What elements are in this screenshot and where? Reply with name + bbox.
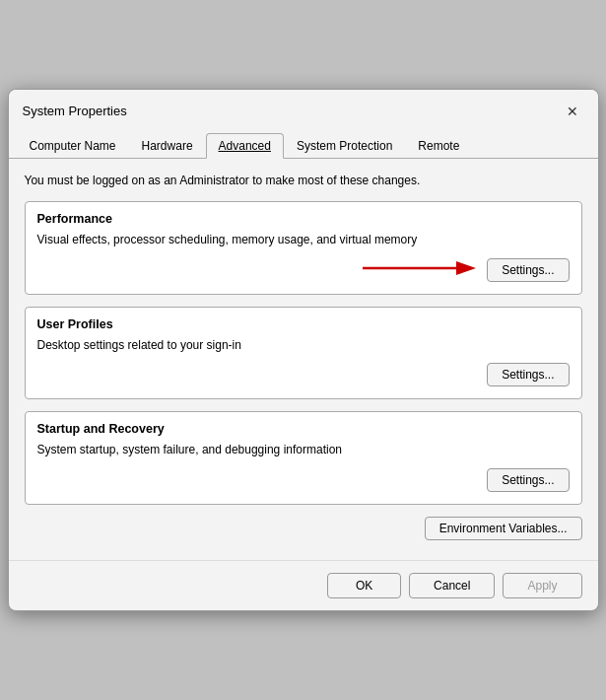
tab-bar: Computer Name Hardware Advanced System P…: [9, 127, 598, 159]
env-variables-section: Environment Variables...: [25, 517, 582, 540]
startup-recovery-settings-button[interactable]: Settings...: [487, 468, 569, 492]
tab-remote[interactable]: Remote: [405, 133, 472, 158]
user-profiles-desc: Desktop settings related to your sign-in: [37, 337, 570, 354]
performance-section: Performance Visual effects, processor sc…: [25, 201, 582, 295]
tab-advanced[interactable]: Advanced: [206, 133, 284, 159]
tab-system-protection[interactable]: System Protection: [284, 133, 405, 158]
performance-footer: Settings...: [37, 258, 570, 282]
startup-recovery-section: Startup and Recovery System startup, sys…: [25, 411, 582, 505]
performance-title: Performance: [37, 212, 570, 226]
user-profiles-title: User Profiles: [37, 317, 570, 331]
system-properties-window: System Properties ✕ Computer Name Hardwa…: [8, 89, 599, 611]
performance-desc: Visual effects, processor scheduling, me…: [37, 232, 570, 248]
user-profiles-section: User Profiles Desktop settings related t…: [25, 307, 582, 400]
title-bar: System Properties ✕: [9, 90, 598, 123]
user-profiles-settings-button[interactable]: Settings...: [487, 363, 569, 386]
admin-notice: You must be logged on as an Administrato…: [25, 173, 582, 189]
ok-button[interactable]: OK: [327, 573, 401, 598]
startup-recovery-footer: Settings...: [37, 468, 570, 492]
tab-content: You must be logged on as an Administrato…: [9, 159, 598, 560]
svg-marker-1: [456, 261, 476, 275]
env-variables-button[interactable]: Environment Variables...: [425, 517, 582, 540]
startup-recovery-title: Startup and Recovery: [37, 422, 570, 436]
close-button[interactable]: ✕: [561, 100, 584, 123]
arrow-indicator: [363, 253, 481, 287]
tab-computer-name[interactable]: Computer Name: [17, 133, 129, 158]
window-title: System Properties: [23, 104, 127, 118]
bottom-bar: OK Cancel Apply: [9, 560, 598, 610]
cancel-button[interactable]: Cancel: [409, 573, 495, 598]
apply-button[interactable]: Apply: [503, 573, 581, 598]
startup-recovery-desc: System startup, system failure, and debu…: [37, 442, 570, 458]
performance-settings-button[interactable]: Settings...: [487, 258, 569, 282]
red-arrow-icon: [363, 253, 481, 283]
tab-hardware[interactable]: Hardware: [129, 133, 206, 158]
user-profiles-footer: Settings...: [37, 363, 570, 386]
